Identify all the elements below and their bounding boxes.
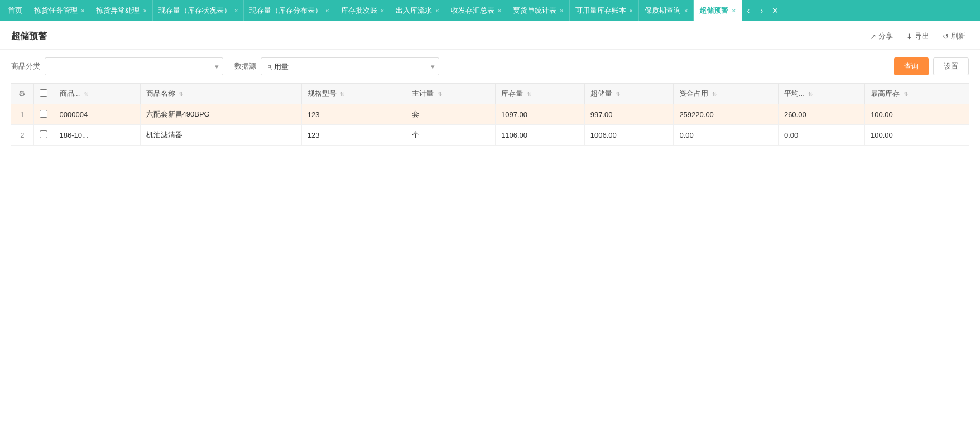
query-button[interactable]: 查询 xyxy=(894,57,929,75)
col-header-product-name[interactable]: 商品名称 ⇅ xyxy=(140,84,301,104)
cell-product-name: 六配套新昌490BPG xyxy=(140,104,301,125)
cell-spec: 123 xyxy=(301,104,406,125)
cell-product-code: 186-10... xyxy=(54,125,140,146)
cell-capital: 259220.00 xyxy=(674,104,779,125)
cell-stock: 1106.00 xyxy=(496,125,585,146)
col-header-avg[interactable]: 平均... ⇅ xyxy=(778,84,864,104)
sort-icon: ⇅ xyxy=(904,91,908,97)
sort-icon: ⇅ xyxy=(712,91,717,97)
share-icon: ↗ xyxy=(870,32,876,41)
header-actions: ↗ 分享 ⬇ 导出 ↺ 刷新 xyxy=(867,29,969,43)
nav-prev-button[interactable]: ‹ xyxy=(742,0,755,21)
filter-category: 商品分类 ▾ xyxy=(11,57,223,75)
page-content: 超储预警 ↗ 分享 ⬇ 导出 ↺ 刷新 商品分类 ▾ xyxy=(0,21,980,446)
row-checkbox-cell xyxy=(33,104,54,125)
tab-picking-exception[interactable]: 拣货异常处理 × xyxy=(90,0,152,21)
tab-order-stats[interactable]: 要货单统计表 × xyxy=(507,0,569,21)
sort-icon: ⇅ xyxy=(438,91,442,97)
close-icon[interactable]: × xyxy=(435,7,439,14)
filter-datasource: 数据源 可用量 ▾ xyxy=(234,57,439,75)
cell-unit: 个 xyxy=(406,125,496,146)
refresh-button[interactable]: ↺ 刷新 xyxy=(939,29,969,43)
tab-overstock[interactable]: 超储预警 × xyxy=(694,0,741,21)
row-index: 2 xyxy=(11,125,33,146)
cell-avg: 260.00 xyxy=(778,104,864,125)
datasource-label: 数据源 xyxy=(234,61,256,71)
col-header-unit[interactable]: 主计量 ⇅ xyxy=(406,84,496,104)
data-table: ⚙ 商品... ⇅ 商品名称 ⇅ 规格型号 ⇅ xyxy=(11,83,969,146)
tab-expiry[interactable]: 保质期查询 × xyxy=(639,0,694,21)
nav-close-button[interactable]: ✕ xyxy=(768,0,782,21)
topbar: 首页 拣货任务管理 × 拣货异常处理 × 现存量（库存状况表） × 现存量（库存… xyxy=(0,0,980,21)
export-icon: ⬇ xyxy=(906,32,912,41)
tab-stock-dist[interactable]: 现存量（库存分布表） × xyxy=(244,0,335,21)
cell-max-stock: 100.00 xyxy=(864,125,969,146)
close-icon[interactable]: × xyxy=(81,7,84,14)
col-header-spec[interactable]: 规格型号 ⇅ xyxy=(301,84,406,104)
col-header-max-stock[interactable]: 最高库存 ⇅ xyxy=(864,84,969,104)
col-header-capital[interactable]: 资金占用 ⇅ xyxy=(674,84,779,104)
col-header-product-code[interactable]: 商品... ⇅ xyxy=(54,84,140,104)
close-icon[interactable]: × xyxy=(234,7,238,14)
close-icon[interactable]: × xyxy=(732,7,735,14)
datasource-select[interactable]: 可用量 xyxy=(261,57,439,75)
category-select[interactable] xyxy=(45,57,223,75)
gear-icon[interactable]: ⚙ xyxy=(18,89,26,98)
cell-stock: 1097.00 xyxy=(496,104,585,125)
tab-recv-send[interactable]: 收发存汇总表 × xyxy=(445,0,507,21)
row-checkbox[interactable] xyxy=(40,130,47,138)
tab-usable-stock[interactable]: 可用量库存账本 × xyxy=(570,0,639,21)
table-row: 1 0000004 六配套新昌490BPG 123 套 1097.00 997.… xyxy=(11,104,969,125)
cell-spec: 123 xyxy=(301,125,406,146)
table-header-row: ⚙ 商品... ⇅ 商品名称 ⇅ 规格型号 ⇅ xyxy=(11,84,969,104)
table-row: 2 186-10... 机油滤清器 123 个 1106.00 1006.00 … xyxy=(11,125,969,146)
col-header-checkbox xyxy=(33,84,54,104)
close-icon[interactable]: × xyxy=(684,7,688,14)
tab-stock-batch[interactable]: 库存批次账 × xyxy=(335,0,390,21)
close-icon[interactable]: × xyxy=(325,7,329,14)
close-icon[interactable]: × xyxy=(498,7,501,14)
sort-icon: ⇅ xyxy=(616,91,620,97)
page-header: 超储预警 ↗ 分享 ⬇ 导出 ↺ 刷新 xyxy=(0,21,980,50)
sort-icon: ⇅ xyxy=(179,91,183,97)
cell-unit: 套 xyxy=(406,104,496,125)
tab-home[interactable]: 首页 xyxy=(2,0,28,21)
cell-overstock: 1006.00 xyxy=(584,125,674,146)
tab-stock-status[interactable]: 现存量（库存状况表） × xyxy=(153,0,244,21)
cell-product-name: 机油滤清器 xyxy=(140,125,301,146)
close-icon[interactable]: × xyxy=(560,7,563,14)
share-button[interactable]: ↗ 分享 xyxy=(867,29,896,43)
tab-inout-flow[interactable]: 出入库流水 × xyxy=(390,0,445,21)
page-title: 超储预警 xyxy=(11,31,47,42)
export-button[interactable]: ⬇ 导出 xyxy=(903,29,933,43)
settings-button[interactable]: 设置 xyxy=(933,57,969,75)
col-header-stock[interactable]: 库存量 ⇅ xyxy=(496,84,585,104)
row-checkbox[interactable] xyxy=(40,110,47,118)
row-index: 1 xyxy=(11,104,33,125)
refresh-icon: ↺ xyxy=(943,32,949,41)
nav-next-button[interactable]: › xyxy=(755,0,768,21)
category-select-wrapper: ▾ xyxy=(45,57,223,75)
select-all-checkbox[interactable] xyxy=(40,89,47,97)
tab-picking-task[interactable]: 拣货任务管理 × xyxy=(28,0,90,21)
filter-area: 商品分类 ▾ 数据源 可用量 ▾ 查询 设置 xyxy=(0,50,980,83)
close-icon[interactable]: × xyxy=(630,7,633,14)
row-checkbox-cell xyxy=(33,125,54,146)
col-header-settings: ⚙ xyxy=(11,84,33,104)
cell-product-code: 0000004 xyxy=(54,104,140,125)
filter-buttons: 查询 设置 xyxy=(894,57,969,75)
datasource-select-wrapper: 可用量 ▾ xyxy=(261,57,439,75)
table-wrapper: ⚙ 商品... ⇅ 商品名称 ⇅ 规格型号 ⇅ xyxy=(0,83,980,146)
category-label: 商品分类 xyxy=(11,61,40,71)
cell-avg: 0.00 xyxy=(778,125,864,146)
close-icon[interactable]: × xyxy=(381,7,384,14)
sort-icon: ⇅ xyxy=(84,91,88,97)
sort-icon: ⇅ xyxy=(527,91,531,97)
cell-capital: 0.00 xyxy=(674,125,779,146)
sort-icon: ⇅ xyxy=(808,91,813,97)
col-header-overstock[interactable]: 超储量 ⇅ xyxy=(584,84,674,104)
sort-icon: ⇅ xyxy=(340,91,344,97)
cell-max-stock: 100.00 xyxy=(864,104,969,125)
cell-overstock: 997.00 xyxy=(584,104,674,125)
close-icon[interactable]: × xyxy=(143,7,146,14)
